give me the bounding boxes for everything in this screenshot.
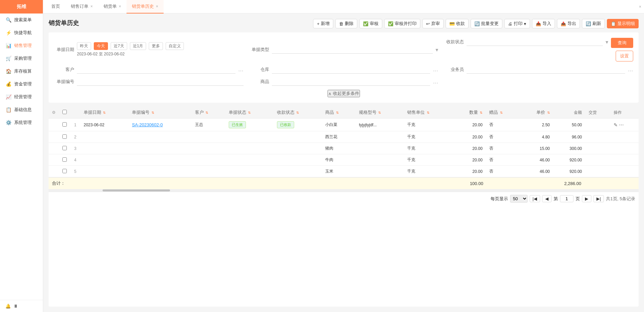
select-all-checkbox[interactable]: [62, 110, 67, 114]
row-checkbox[interactable]: [59, 143, 70, 154]
row-checkbox[interactable]: [59, 119, 70, 131]
show-detail-button[interactable]: 📋 显示明细: [607, 19, 639, 28]
tab-sales-delivery[interactable]: 销货单 ×: [98, 0, 127, 14]
refresh-button[interactable]: 🔄 刷新: [582, 19, 605, 28]
page-number-input[interactable]: [560, 195, 573, 202]
date-7days-btn[interactable]: 近7天: [111, 42, 127, 50]
pause-icon[interactable]: ⏸: [13, 304, 18, 309]
spec-col-header[interactable]: 规格型号 ⇅: [356, 107, 404, 119]
docno-col-header[interactable]: 单据编号 ⇅: [129, 107, 192, 119]
row-customer: [192, 131, 225, 143]
product-dots[interactable]: …: [433, 79, 438, 85]
row-checkbox[interactable]: [59, 166, 70, 177]
docstatus-col-header[interactable]: 单据状态 ⇅: [225, 107, 274, 119]
sidebar-item-basic-info[interactable]: 📋 基础信息: [0, 103, 43, 116]
scrollbar-thumb[interactable]: [103, 189, 170, 191]
payment-icon: 💳: [449, 21, 455, 26]
audit-print-button[interactable]: ✅ 审核并打印: [384, 19, 420, 28]
copy-icon[interactable]: ⋯: [619, 122, 624, 128]
row-settings: [49, 143, 59, 154]
date-custom-btn[interactable]: 自定义: [166, 42, 184, 50]
tab-sales-history[interactable]: 销货单历史 ×: [127, 0, 164, 14]
collect-button[interactable]: 💳 收款: [446, 19, 469, 28]
delete-button[interactable]: 🗑 删除: [335, 19, 357, 28]
staff-input[interactable]: [467, 66, 625, 74]
price-col-header[interactable]: 单价 ⇅: [520, 107, 553, 119]
sidebar-item-quick-nav[interactable]: ⚡ 快捷导航: [0, 26, 43, 39]
settings-col[interactable]: ⚙: [49, 107, 59, 119]
docno-link[interactable]: SA-20230602-0: [132, 122, 163, 127]
row-checkbox[interactable]: [59, 154, 70, 166]
staff-dots[interactable]: …: [628, 67, 633, 73]
date-col-header[interactable]: 单据日期 ⇅: [80, 107, 129, 119]
num-col-header: [70, 107, 80, 119]
docno-input[interactable]: [77, 78, 244, 86]
tab-sales-delivery-close[interactable]: ×: [119, 4, 121, 9]
content-area: 销货单历史 + 新增 🗑 删除 ✅ 审核 ✅ 审核并打印: [43, 14, 644, 312]
sidebar-item-sales-mgmt[interactable]: 📊 销售管理: [0, 39, 43, 52]
set-button[interactable]: 设置: [616, 51, 633, 61]
customer-dots[interactable]: …: [238, 67, 244, 73]
row-num: 1: [70, 119, 80, 131]
notification-icon[interactable]: 🔔: [5, 304, 11, 309]
edit-icon[interactable]: ✎: [614, 122, 618, 128]
data-table-wrap: ⚙ 单据日期 ⇅ 单据编号 ⇅ 客户 ⇅: [49, 107, 639, 307]
doctype-input[interactable]: [272, 46, 433, 54]
qty-col-header[interactable]: 数量 ⇅: [452, 107, 486, 119]
export-button[interactable]: 📤 导出: [557, 19, 580, 28]
sidebar-item-inventory[interactable]: 🏠 库存核算: [0, 65, 43, 78]
date-1month-btn[interactable]: 近1月: [130, 42, 146, 50]
first-page-btn[interactable]: |◀: [530, 195, 540, 202]
query-button[interactable]: 查询: [611, 38, 633, 48]
gift-col-header[interactable]: 赠品 ⇅: [486, 107, 520, 119]
abandon-button[interactable]: ↩ 弃审: [422, 19, 444, 28]
date-today-btn[interactable]: 今天: [94, 42, 108, 50]
batch-change-button[interactable]: 🔄 批量变更: [471, 19, 502, 28]
print-button[interactable]: 🖨 打印 ▾: [504, 19, 530, 28]
tab-close-all[interactable]: ×: [639, 4, 641, 9]
date-yesterday-btn[interactable]: 昨天: [77, 42, 91, 50]
product-input[interactable]: [272, 78, 430, 86]
next-page-btn[interactable]: ▶: [582, 195, 591, 202]
tab-sales-history-close[interactable]: ×: [156, 4, 158, 9]
customer-input[interactable]: [77, 66, 235, 74]
collapse-button[interactable]: ∧ 收起更多条件: [328, 90, 360, 97]
tab-sales-order-close[interactable]: ×: [90, 4, 93, 9]
tab-sales-delivery-label: 销货单: [104, 3, 117, 9]
tab-sales-order[interactable]: 销售订单 ×: [65, 0, 98, 14]
payment-input[interactable]: [467, 38, 603, 46]
row-checkbox[interactable]: [59, 131, 70, 143]
tab-home[interactable]: 首页: [46, 0, 65, 14]
row-docno[interactable]: SA-20230602-0: [129, 119, 192, 131]
last-page-btn[interactable]: ▶|: [593, 195, 604, 202]
payment-dots[interactable]: ▾: [606, 39, 608, 45]
sidebar-item-search-menu[interactable]: 🔍 搜索菜单: [0, 14, 43, 26]
search-icon: 🔍: [5, 17, 11, 23]
checkbox-col[interactable]: [59, 107, 70, 119]
horizontal-scrollbar[interactable]: [49, 189, 639, 192]
sidebar-item-purchase-mgmt[interactable]: 🛒 采购管理: [0, 52, 43, 65]
audit-button[interactable]: ✅ 审核: [359, 19, 382, 28]
sidebar-item-finance[interactable]: 💰 资金管理: [0, 78, 43, 90]
sidebar-item-sys-mgmt[interactable]: ⚙️ 系统管理: [0, 116, 43, 129]
warehouse-input[interactable]: [272, 66, 430, 74]
doctype-dots[interactable]: ▾: [436, 47, 438, 53]
toolbar: + 新增 🗑 删除 ✅ 审核 ✅ 审核并打印 ↩ 弃审: [313, 19, 639, 28]
trade-col-header: 交货: [585, 107, 610, 119]
delete-label: 删除: [345, 21, 354, 27]
product-col-header[interactable]: 商品 ⇅: [322, 107, 356, 119]
money-icon: 💰: [5, 81, 11, 87]
warehouse-dots[interactable]: …: [433, 67, 438, 73]
row-date: [80, 143, 129, 154]
customer-col-header[interactable]: 客户 ⇅: [192, 107, 225, 119]
row-spec: [356, 166, 404, 177]
date-more-btn[interactable]: 更多: [149, 42, 163, 50]
row-price: 2.50: [520, 119, 553, 131]
sidebar-item-operations[interactable]: 📈 经营管理: [0, 90, 43, 103]
per-page-select[interactable]: 50 100 200: [510, 195, 528, 203]
add-button[interactable]: + 新增: [313, 19, 333, 28]
import-button[interactable]: 📥 导入: [532, 19, 555, 28]
paystatus-col-header[interactable]: 收款状态 ⇅: [274, 107, 322, 119]
unit-col-header[interactable]: 销售单位 ⇅: [404, 107, 452, 119]
prev-page-btn[interactable]: ◀: [542, 195, 552, 202]
